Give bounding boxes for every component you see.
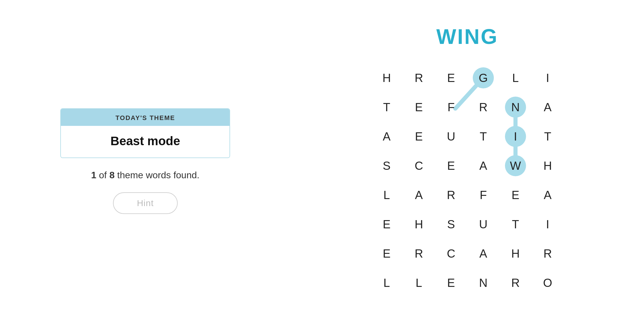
grid-cell[interactable]: E — [435, 151, 467, 180]
grid-cell[interactable]: E — [435, 63, 467, 93]
grid-cell[interactable]: H — [371, 63, 403, 93]
cell-letter: N — [505, 97, 526, 118]
cell-letter: L — [505, 67, 526, 88]
grid-cell[interactable]: L — [403, 268, 435, 297]
cell-letter: L — [376, 272, 397, 293]
cell-letter: E — [441, 155, 462, 176]
cell-letter: T — [505, 214, 526, 235]
cell-letter: I — [537, 67, 558, 88]
grid-cell[interactable]: T — [499, 210, 532, 239]
grid-cell[interactable]: R — [467, 93, 499, 122]
cell-letter: H — [408, 214, 429, 235]
grid-cell[interactable]: L — [499, 63, 532, 93]
right-panel: WING HREGLITEFRNAAEUTITSCEAWHLARFEAEHSUT… — [291, 7, 644, 315]
cell-letter: E — [376, 214, 397, 235]
grid-cell[interactable]: F — [467, 180, 499, 210]
grid-cell[interactable]: E — [371, 239, 403, 268]
cell-letter: I — [505, 126, 526, 147]
grid-cell[interactable]: I — [532, 63, 564, 93]
hint-button[interactable]: Hint — [113, 192, 178, 214]
words-found-suffix: theme words found. — [117, 170, 199, 180]
cell-letter: S — [376, 155, 397, 176]
word-title: WING — [436, 25, 498, 49]
grid-cell[interactable]: E — [403, 93, 435, 122]
grid-cell[interactable]: H — [403, 210, 435, 239]
grid-cell[interactable]: A — [403, 180, 435, 210]
cell-letter: F — [473, 184, 494, 205]
grid-cell[interactable]: I — [499, 122, 532, 151]
cell-letter: L — [408, 272, 429, 293]
grid-cell[interactable]: C — [403, 151, 435, 180]
cell-letter: T — [537, 126, 558, 147]
left-panel: TODAY'S THEME Beast mode 1 of 8 theme wo… — [0, 91, 291, 232]
cell-letter: W — [505, 155, 526, 176]
cell-letter: C — [408, 155, 429, 176]
cell-letter: R — [537, 243, 558, 264]
grid-cell[interactable]: A — [532, 93, 564, 122]
grid-cell[interactable]: R — [403, 239, 435, 268]
grid-cell[interactable]: E — [435, 268, 467, 297]
theme-card-body: Beast mode — [61, 126, 229, 157]
grid-cell[interactable]: U — [435, 122, 467, 151]
grid-cell[interactable]: R — [499, 268, 532, 297]
cell-letter: U — [441, 126, 462, 147]
words-total: 8 — [109, 170, 115, 180]
app-container: TODAY'S THEME Beast mode 1 of 8 theme wo… — [0, 0, 644, 322]
cell-letter: R — [441, 184, 462, 205]
grid-cell[interactable]: S — [371, 151, 403, 180]
cell-letter: A — [376, 126, 397, 147]
cell-letter: L — [376, 184, 397, 205]
grid-cell[interactable]: A — [467, 151, 499, 180]
grid-cell[interactable]: U — [467, 210, 499, 239]
cell-letter: H — [376, 67, 397, 88]
grid-cell[interactable]: A — [467, 239, 499, 268]
cell-letter: N — [473, 272, 494, 293]
grid-cell[interactable]: F — [435, 93, 467, 122]
grid-cell[interactable]: E — [403, 122, 435, 151]
grid-cell[interactable]: C — [435, 239, 467, 268]
cell-letter: E — [408, 126, 429, 147]
cell-letter: G — [473, 67, 494, 88]
cell-letter: A — [473, 155, 494, 176]
grid-cell[interactable]: O — [532, 268, 564, 297]
grid-cell[interactable]: I — [532, 210, 564, 239]
cell-letter: S — [441, 214, 462, 235]
cell-letter: U — [473, 214, 494, 235]
cell-letter: R — [408, 67, 429, 88]
cell-letter: E — [505, 184, 526, 205]
grid-cell[interactable]: H — [532, 151, 564, 180]
cell-letter: A — [408, 184, 429, 205]
grid-cell[interactable]: T — [467, 122, 499, 151]
grid-cell[interactable]: N — [499, 93, 532, 122]
cell-letter: E — [376, 243, 397, 264]
cell-letter: H — [537, 155, 558, 176]
grid-cell[interactable]: T — [532, 122, 564, 151]
grid-cell[interactable]: E — [371, 210, 403, 239]
grid-cell[interactable]: R — [403, 63, 435, 93]
cell-letter: C — [441, 243, 462, 264]
grid-cell[interactable]: H — [499, 239, 532, 268]
cell-letter: R — [473, 97, 494, 118]
grid-cell[interactable]: L — [371, 268, 403, 297]
grid-cell[interactable]: A — [371, 122, 403, 151]
cell-letter: R — [408, 243, 429, 264]
grid-cell[interactable]: N — [467, 268, 499, 297]
cell-letter: A — [537, 184, 558, 205]
grid-cell[interactable]: A — [532, 180, 564, 210]
grid-cell[interactable]: R — [532, 239, 564, 268]
grid-cell[interactable]: E — [499, 180, 532, 210]
grid-cell[interactable]: W — [499, 151, 532, 180]
cell-letter: E — [441, 67, 462, 88]
cell-letter: F — [441, 97, 462, 118]
grid-cell[interactable]: S — [435, 210, 467, 239]
words-found-text: 1 of 8 theme words found. — [91, 170, 199, 181]
cell-letter: A — [537, 97, 558, 118]
grid-cell[interactable]: T — [371, 93, 403, 122]
theme-card: TODAY'S THEME Beast mode — [60, 108, 230, 158]
cell-letter: H — [505, 243, 526, 264]
grid-cell[interactable]: L — [371, 180, 403, 210]
grid-cell[interactable]: R — [435, 180, 467, 210]
words-found-of: of — [99, 170, 109, 180]
words-found-count: 1 — [91, 170, 96, 180]
cell-letter: R — [505, 272, 526, 293]
